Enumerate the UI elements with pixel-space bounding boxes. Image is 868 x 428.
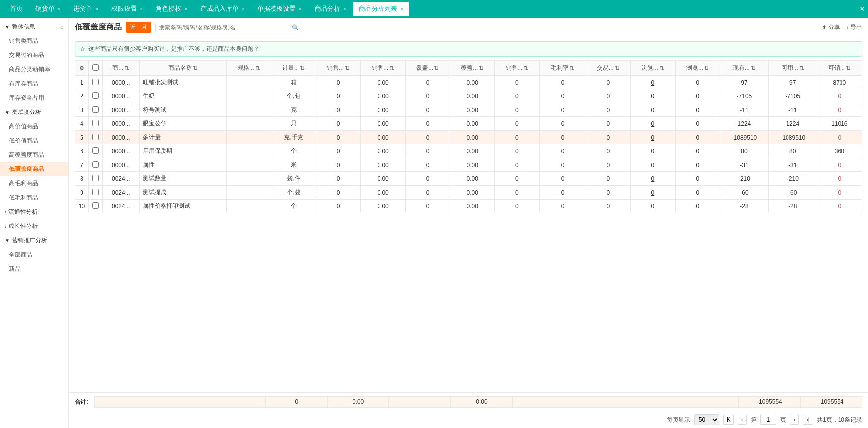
browse-link[interactable]: 0 bbox=[651, 120, 655, 127]
nav-tab-sales[interactable]: 销货单 × bbox=[29, 2, 66, 16]
sidebar-item-high-value[interactable]: 高价值商品 bbox=[0, 119, 68, 134]
sidebar-section-growth[interactable]: › 成长性分析 bbox=[0, 219, 68, 233]
sidebar-item-traded-goods[interactable]: 交易过的商品 bbox=[0, 48, 68, 62]
export-button[interactable]: ↓ 导出 bbox=[846, 23, 862, 31]
sidebar-item-stocked-goods[interactable]: 有库存商品 bbox=[0, 77, 68, 91]
th-cover2[interactable]: 覆盖...⇅ bbox=[450, 61, 495, 76]
close-icon[interactable]: × bbox=[95, 6, 98, 12]
browse-link[interactable]: 0 bbox=[651, 107, 655, 114]
sidebar-item-category-rate[interactable]: 商品分类动销率 bbox=[0, 62, 68, 77]
cell-browse1[interactable]: 0 bbox=[630, 103, 675, 117]
close-icon[interactable]: × bbox=[184, 6, 187, 12]
close-all-button[interactable]: × bbox=[860, 5, 864, 13]
cell-checkbox[interactable] bbox=[89, 172, 103, 186]
nav-tab-home[interactable]: 首页 bbox=[4, 2, 28, 16]
nav-tab-template[interactable]: 单据模板设置 × bbox=[251, 2, 307, 16]
browse-link[interactable]: 0 bbox=[651, 203, 655, 210]
th-sales1[interactable]: 销售...⇅ bbox=[316, 61, 360, 76]
th-name[interactable]: 商品名称⇅ bbox=[139, 61, 226, 76]
nav-tab-product-analysis[interactable]: 商品分析 × bbox=[309, 2, 352, 16]
th-cover1[interactable]: 覆盖...⇅ bbox=[406, 61, 450, 76]
search-box[interactable]: 🔍 bbox=[155, 23, 302, 32]
sidebar-section-flow[interactable]: › 流通性分析 bbox=[0, 205, 68, 219]
row-checkbox[interactable] bbox=[92, 147, 99, 154]
settings-icon[interactable]: ⚙ bbox=[79, 65, 84, 72]
close-icon[interactable]: × bbox=[57, 6, 60, 12]
select-all-checkbox[interactable] bbox=[92, 64, 99, 71]
th-settings[interactable]: ⚙ bbox=[75, 61, 89, 76]
browse-link[interactable]: 0 bbox=[651, 93, 655, 100]
time-filter-button[interactable]: 近一月 bbox=[126, 22, 151, 33]
sidebar-section-diversity[interactable]: ▼ 类群度分析 bbox=[0, 105, 68, 119]
cell-checkbox[interactable] bbox=[89, 89, 103, 103]
sidebar-item-high-coverage[interactable]: 高覆盖度商品 bbox=[0, 148, 68, 162]
sidebar-item-low-value[interactable]: 低价值商品 bbox=[0, 134, 68, 148]
cell-checkbox[interactable] bbox=[89, 200, 103, 213]
share-button[interactable]: ⬆ 分享 bbox=[822, 23, 840, 31]
th-browse2[interactable]: 浏览...⇅ bbox=[675, 61, 720, 76]
next-page-button[interactable]: › bbox=[790, 415, 799, 425]
browse-link[interactable]: 0 bbox=[651, 189, 655, 196]
th-browse1[interactable]: 浏览...⇅ bbox=[630, 61, 675, 76]
search-input[interactable] bbox=[159, 24, 290, 31]
sidebar-item-sales-goods[interactable]: 销售类商品 bbox=[0, 34, 68, 48]
cell-checkbox[interactable] bbox=[89, 186, 103, 200]
sidebar-item-stock-capital[interactable]: 库存资金占用 bbox=[0, 91, 68, 105]
first-page-button[interactable]: K bbox=[723, 415, 734, 425]
close-icon[interactable]: × bbox=[242, 6, 244, 12]
sidebar-item-low-coverage[interactable]: 低覆盖度商品 bbox=[0, 162, 68, 176]
page-number-input[interactable] bbox=[760, 415, 776, 425]
sidebar-item-low-margin[interactable]: 低毛利商品 bbox=[0, 191, 68, 205]
th-code[interactable]: 商...⇅ bbox=[103, 61, 140, 76]
th-sales3[interactable]: 销售...⇅ bbox=[495, 61, 540, 76]
last-page-button[interactable]: ›| bbox=[803, 415, 813, 425]
cell-checkbox[interactable] bbox=[89, 131, 103, 144]
nav-tab-role[interactable]: 角色授权 × bbox=[150, 2, 193, 16]
sidebar-item-all-goods[interactable]: 全部商品 bbox=[0, 248, 68, 262]
browse-link[interactable]: 0 bbox=[651, 148, 655, 155]
row-checkbox[interactable] bbox=[92, 189, 99, 195]
th-stock1[interactable]: 现有...⇅ bbox=[720, 61, 768, 76]
cell-browse1[interactable]: 0 bbox=[630, 144, 675, 158]
cell-browse1[interactable]: 0 bbox=[630, 158, 675, 172]
cell-checkbox[interactable] bbox=[89, 117, 103, 131]
sidebar-item-high-margin[interactable]: 高毛利商品 bbox=[0, 176, 68, 191]
nav-tab-permission[interactable]: 权限设置 × bbox=[106, 2, 149, 16]
row-checkbox[interactable] bbox=[92, 161, 99, 168]
th-sellable[interactable]: 可销...⇅ bbox=[817, 61, 862, 76]
cell-browse1[interactable]: 0 bbox=[630, 131, 675, 144]
row-checkbox[interactable] bbox=[92, 175, 99, 181]
cell-browse1[interactable]: 0 bbox=[630, 186, 675, 200]
sidebar-section-marketing[interactable]: ▼ 营销推广分析 bbox=[0, 233, 68, 248]
search-icon[interactable]: 🔍 bbox=[292, 24, 299, 31]
cell-browse1[interactable]: 0 bbox=[630, 117, 675, 131]
th-checkbox[interactable] bbox=[89, 61, 103, 76]
cell-browse1[interactable]: 0 bbox=[630, 89, 675, 103]
row-checkbox[interactable] bbox=[92, 79, 99, 85]
cell-browse1[interactable]: 0 bbox=[630, 200, 675, 213]
table-container[interactable]: ⚙ 商...⇅ 商品名称⇅ 规格...⇅ 计量...⇅ 销售...⇅ 销售...… bbox=[69, 60, 868, 392]
close-icon[interactable]: × bbox=[298, 6, 301, 12]
cell-checkbox[interactable] bbox=[89, 158, 103, 172]
th-unit[interactable]: 计量...⇅ bbox=[271, 61, 316, 76]
th-sales2[interactable]: 销售...⇅ bbox=[361, 61, 406, 76]
close-icon[interactable]: × bbox=[400, 6, 403, 12]
browse-link[interactable]: 0 bbox=[651, 134, 655, 141]
page-size-select[interactable]: 50 100 200 bbox=[694, 414, 719, 425]
sidebar-section-overview[interactable]: ▼ 整体信息 « bbox=[0, 20, 68, 34]
browse-link[interactable]: 0 bbox=[651, 162, 655, 169]
row-checkbox[interactable] bbox=[92, 134, 99, 140]
th-trade[interactable]: 交易...⇅ bbox=[586, 61, 630, 76]
browse-link[interactable]: 0 bbox=[651, 79, 655, 86]
nav-tab-purchase[interactable]: 进货单 × bbox=[67, 2, 104, 16]
cell-checkbox[interactable] bbox=[89, 144, 103, 158]
nav-tab-product-analysis-list[interactable]: 商品分析列表 × bbox=[353, 2, 409, 16]
nav-tab-product-warehouse[interactable]: 产成品入库单 × bbox=[194, 2, 250, 16]
th-stock2[interactable]: 可用...⇅ bbox=[768, 61, 817, 76]
th-spec[interactable]: 规格...⇅ bbox=[226, 61, 271, 76]
row-checkbox[interactable] bbox=[92, 92, 99, 99]
sidebar-item-new-goods[interactable]: 新品 bbox=[0, 262, 68, 276]
close-icon[interactable]: × bbox=[140, 6, 143, 12]
cell-browse1[interactable]: 0 bbox=[630, 172, 675, 186]
collapse-icon[interactable]: « bbox=[60, 24, 63, 30]
